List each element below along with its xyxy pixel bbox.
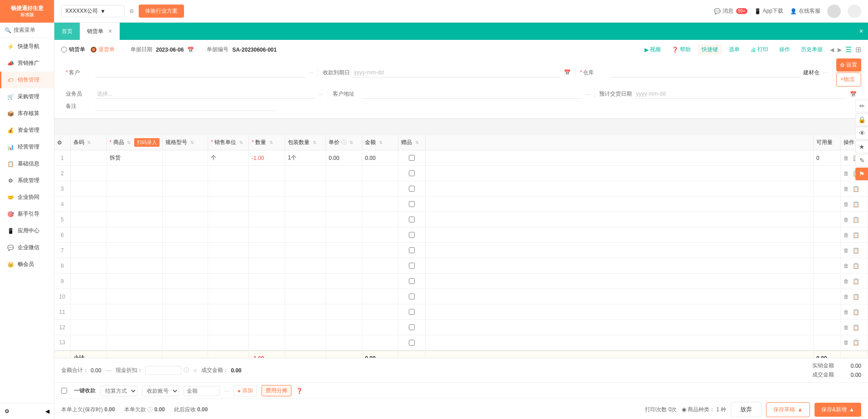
cell-unit-3[interactable] — [208, 181, 249, 197]
cell-barcode-10[interactable] — [70, 289, 107, 304]
cell-unit-11[interactable] — [208, 304, 249, 320]
sidebar-item-app-center[interactable]: 📱 应用中心 — [0, 222, 54, 239]
print-btn[interactable]: 🖨 打印 — [747, 44, 772, 55]
cell-product-12[interactable] — [107, 320, 163, 335]
copy-icon-11[interactable]: 📋 — [853, 309, 859, 315]
right-panel-lock[interactable]: 🔒 — [855, 113, 868, 126]
customer-dots[interactable]: ··· — [309, 69, 313, 76]
addr-dots[interactable]: ··· — [585, 91, 590, 97]
cell-amount-6[interactable] — [362, 227, 398, 243]
cell-price-13[interactable] — [326, 335, 362, 351]
cell-price-8[interactable] — [326, 258, 362, 274]
cell-qty-10[interactable] — [249, 289, 285, 304]
cell-product-2[interactable] — [107, 166, 163, 181]
copy-icon-8[interactable]: 📋 — [853, 263, 859, 269]
delete-icon-9[interactable]: 🗑 — [844, 278, 849, 284]
cell-unit-2[interactable] — [208, 166, 249, 181]
copy-icon-13[interactable]: 📋 — [853, 339, 859, 346]
video-btn[interactable]: ▶ 视频 — [641, 44, 664, 55]
right-panel-pencil[interactable]: ✎ — [855, 154, 868, 167]
company-selector[interactable]: XXXXXX公司 ▼ — [61, 5, 125, 17]
cell-unit-10[interactable] — [208, 289, 249, 304]
cell-gift-7[interactable] — [398, 243, 426, 258]
cell-amount-9[interactable] — [362, 274, 398, 289]
right-panel-eye[interactable]: 👁 — [855, 127, 868, 140]
delete-icon-4[interactable]: 🗑 — [844, 201, 849, 207]
delete-icon-10[interactable]: 🗑 — [844, 294, 849, 300]
cell-amount-13[interactable] — [362, 335, 398, 351]
help-btn[interactable]: ❓ 帮助 — [668, 44, 694, 55]
cell-product-5[interactable] — [107, 212, 163, 227]
cell-gift-3[interactable] — [398, 181, 426, 197]
cell-spec-12[interactable] — [163, 320, 208, 335]
copy-icon-6[interactable]: 📋 — [853, 232, 859, 238]
cell-gift-4[interactable] — [398, 197, 426, 212]
tab-close-icon[interactable]: ✕ — [108, 28, 112, 34]
cell-price-4[interactable] — [326, 197, 362, 212]
app-download-btn[interactable]: 📱 App下载 — [754, 7, 783, 15]
cash-discount-input[interactable] — [145, 366, 181, 375]
cell-spec-7[interactable] — [163, 243, 208, 258]
cell-qty-12[interactable] — [249, 320, 285, 335]
cell-amount-7[interactable] — [362, 243, 398, 258]
expected-date-calendar-icon[interactable]: 📅 — [850, 91, 857, 97]
cell-unit-5[interactable] — [208, 212, 249, 227]
expected-date-input[interactable] — [634, 89, 846, 99]
cell-unit-12[interactable] — [208, 320, 249, 335]
sidebar-item-wechat[interactable]: 💬 企业微信 — [0, 239, 54, 256]
cell-barcode-8[interactable] — [70, 258, 107, 274]
expense-split-btn[interactable]: 费用分摊 — [262, 385, 291, 396]
cell-gift-2[interactable] — [398, 166, 426, 181]
cell-product-7[interactable] — [107, 243, 163, 258]
cell-spec-11[interactable] — [163, 304, 208, 320]
sidebar-item-purchase[interactable]: 🛒 采购管理 — [0, 88, 54, 105]
sidebar-item-guide[interactable]: 🎯 新手引导 — [0, 206, 54, 222]
sidebar-item-system[interactable]: ⚙ 系统管理 — [0, 172, 54, 189]
delete-icon-6[interactable]: 🗑 — [844, 232, 849, 238]
warehouse-dots[interactable]: ··· — [823, 69, 828, 76]
cell-qty-5[interactable] — [249, 212, 285, 227]
calendar-icon[interactable]: 📅 — [187, 47, 194, 53]
delete-icon-7[interactable]: 🗑 — [844, 247, 849, 254]
cell-pack-qty-11[interactable] — [285, 304, 326, 320]
cell-price-7[interactable] — [326, 243, 362, 258]
cell-pack-qty-6[interactable] — [285, 227, 326, 243]
cell-product-10[interactable] — [107, 289, 163, 304]
cell-product-4[interactable] — [107, 197, 163, 212]
cell-barcode-11[interactable] — [70, 304, 107, 320]
cell-pack-qty-5[interactable] — [285, 212, 326, 227]
cell-amount-3[interactable] — [362, 181, 398, 197]
add-btn[interactable]: ● 添加 — [233, 385, 257, 396]
delete-icon-5[interactable]: 🗑 — [844, 217, 849, 223]
cell-barcode-4[interactable] — [70, 197, 107, 212]
col-settings[interactable]: ⚙ — [54, 135, 70, 150]
sidebar-item-basic-info[interactable]: 📋 基础信息 — [0, 155, 54, 172]
cell-unit-1[interactable]: 个 — [208, 150, 249, 166]
bank-account-select[interactable]: 收款账号 — [142, 385, 179, 396]
cell-product-11[interactable] — [107, 304, 163, 320]
cell-qty-4[interactable] — [249, 197, 285, 212]
cell-pack-qty-10[interactable] — [285, 289, 326, 304]
radio-return-order[interactable]: 退货单 — [91, 46, 115, 53]
cell-gift-1[interactable] — [398, 150, 426, 166]
cell-unit-13[interactable] — [208, 335, 249, 351]
right-panel-star[interactable]: ★ — [855, 140, 868, 153]
cell-product-8[interactable] — [107, 258, 163, 274]
grid-view-icon[interactable]: ⊞ — [855, 45, 861, 54]
copy-icon-3[interactable]: 📋 — [853, 186, 859, 192]
cell-pack-qty-1[interactable]: 1个 — [285, 150, 326, 166]
copy-icon-7[interactable]: 📋 — [853, 247, 859, 254]
cell-amount-8[interactable] — [362, 258, 398, 274]
one-click-payment-checkbox[interactable] — [61, 388, 67, 394]
cell-amount-11[interactable] — [362, 304, 398, 320]
next-icon[interactable]: ▶ — [838, 47, 842, 53]
cell-price-10[interactable] — [326, 289, 362, 304]
cell-qty-1[interactable]: -1.00 — [249, 150, 285, 166]
cell-spec-4[interactable] — [163, 197, 208, 212]
salesman-dots[interactable]: ··· — [319, 91, 323, 97]
cell-gift-12[interactable] — [398, 320, 426, 335]
cell-spec-3[interactable] — [163, 181, 208, 197]
list-view-icon[interactable]: ☰ — [845, 45, 852, 54]
gear-icon[interactable]: ⚙ — [129, 8, 134, 14]
copy-icon-5[interactable]: 📋 — [853, 217, 859, 223]
